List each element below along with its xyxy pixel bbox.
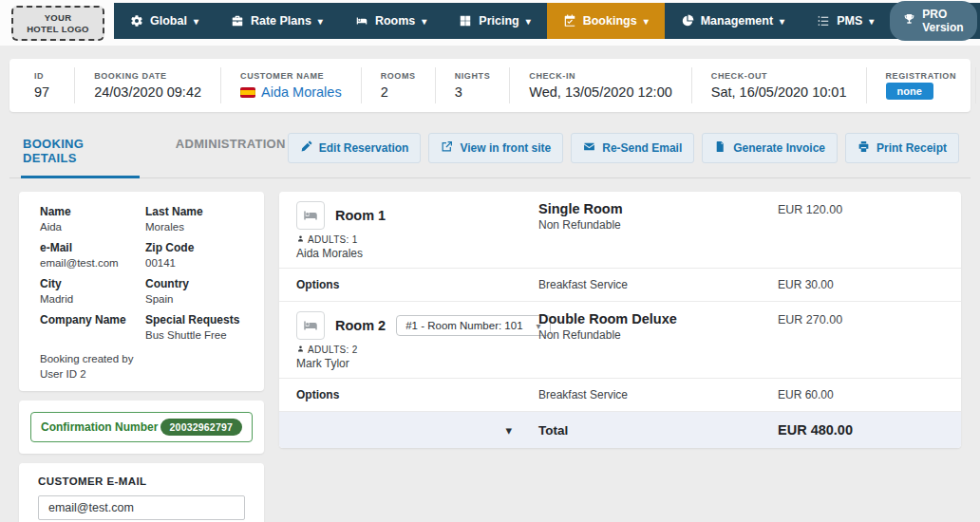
envelope-icon <box>583 140 595 156</box>
adults-count: ADULTS: 1 <box>308 234 358 245</box>
field-label: City <box>40 278 138 291</box>
field-value: Spain <box>145 293 243 306</box>
person-icon <box>296 345 305 355</box>
logo-line2: HOTEL LOGO <box>27 24 89 35</box>
room-1-info: Room 1 ADULTS: 1 Aida Morales <box>296 201 538 260</box>
nav-item-label: Pricing <box>479 14 518 28</box>
bed-icon <box>296 201 325 230</box>
field-label: CHECK-OUT <box>711 71 847 81</box>
gear-icon <box>130 14 143 28</box>
nav-item-label: Rooms <box>375 14 415 28</box>
created-by-line2: User ID 2 <box>40 367 243 382</box>
guest-field-company: Company Name <box>40 314 138 342</box>
confirmation-number-badge: 20032962797 <box>160 419 242 436</box>
field-value: Sat, 16/05/2020 10:01 <box>711 84 847 100</box>
field-label: NIGHTS <box>455 71 491 81</box>
trophy-icon <box>903 13 915 28</box>
nav-item-pricing[interactable]: Pricing <box>443 3 546 39</box>
total-row: Total EUR 480.00 <box>279 411 961 448</box>
print-receipt-button[interactable]: Print Receipt <box>845 133 959 163</box>
button-label: Generate Invoice <box>733 141 825 155</box>
nav-item-label: Bookings <box>583 14 637 28</box>
options-row: Options Breakfast Service EUR 60.00 <box>279 378 961 411</box>
room-number-value: #1 - Room Number: 101 <box>405 320 522 331</box>
room-guest-name: Mark Tylor <box>296 357 538 370</box>
summary-field-check-in: CHECK-IN Wed, 13/05/2020 12:00 <box>509 67 691 103</box>
guest-field-email: e-Mail email@test.com <box>40 242 138 270</box>
field-label: ROOMS <box>381 71 416 81</box>
summary-field-booking-date: BOOKING DATE 24/03/2020 09:42 <box>74 67 220 103</box>
grid-icon <box>459 14 472 28</box>
room-number-select[interactable]: #1 - Room Number: 101 <box>396 315 550 336</box>
option-price: EUR 30.00 <box>778 278 944 291</box>
list-icon <box>817 14 830 28</box>
field-value: 3 <box>455 84 491 100</box>
tab-booking-details[interactable]: BOOKING DETAILS <box>21 125 140 177</box>
pro-version-button[interactable]: PRO Version <box>890 1 976 41</box>
edit-reservation-button[interactable]: Edit Reservation <box>288 133 422 163</box>
option-price: EUR 60.00 <box>778 388 944 401</box>
room-name: Room 2 <box>335 318 386 333</box>
room-type: Double Room Deluxe <box>538 311 778 326</box>
resend-email-button[interactable]: Re-Send Email <box>571 133 694 163</box>
pie-chart-icon <box>681 14 694 28</box>
room-guest-name: Aida Morales <box>296 247 538 260</box>
field-label: CHECK-IN <box>529 71 672 81</box>
registration-badge: none <box>886 83 933 100</box>
field-value: 97 <box>34 84 49 100</box>
header: YOUR HOTEL LOGO Global Rate Plans Rooms … <box>0 0 980 46</box>
field-value: 24/03/2020 09:42 <box>94 84 201 100</box>
field-value <box>40 329 138 341</box>
customer-email-heading: CUSTOMER E-MAIL <box>38 475 245 487</box>
field-value: Morales <box>145 221 243 233</box>
main-nav: Global Rate Plans Rooms Pricing Bookings… <box>114 3 980 39</box>
chevron-down-icon <box>526 14 531 28</box>
customer-name-link[interactable]: Aida Morales <box>240 84 342 100</box>
field-value: Wed, 13/05/2020 12:00 <box>529 84 672 100</box>
pro-version-label: PRO Version <box>922 8 963 34</box>
nav-item-management[interactable]: Management <box>665 3 801 39</box>
field-value: Aida <box>40 221 138 233</box>
customer-name-text: Aida Morales <box>261 84 342 100</box>
nav-item-global[interactable]: Global <box>114 3 215 39</box>
action-buttons: Edit Reservation View in front site Re-S… <box>288 133 959 171</box>
logo-line1: YOUR <box>45 12 72 24</box>
field-label: ID <box>34 71 49 81</box>
nav-item-rooms[interactable]: Rooms <box>339 3 443 39</box>
options-label: Options <box>296 388 538 401</box>
hotel-logo[interactable]: YOUR HOTEL LOGO <box>11 6 104 41</box>
summary-field-id: ID 97 <box>9 67 74 103</box>
chevron-down-icon[interactable] <box>296 421 538 438</box>
button-label: Re-Send Email <box>602 141 682 155</box>
total-amount: EUR 480.00 <box>778 422 944 438</box>
rooms-card: Room 1 ADULTS: 1 Aida Morales Single Roo… <box>279 192 961 448</box>
guest-field-special-requests: Special Requests Bus Shuttle Free <box>145 314 243 342</box>
room-name: Room 1 <box>335 208 386 223</box>
room-2-info: Room 2 #1 - Room Number: 101 ADULTS: 2 M… <box>296 311 538 370</box>
tab-administration[interactable]: ADMINISTRATION <box>174 125 288 177</box>
nav-item-rate-plans[interactable]: Rate Plans <box>215 3 339 39</box>
nav-item-pms[interactable]: PMS <box>801 3 890 39</box>
view-in-front-site-button[interactable]: View in front site <box>428 133 563 163</box>
calendar-check-icon <box>563 14 576 28</box>
field-label: CUSTOMER NAME <box>240 71 342 81</box>
room-row: Room 2 #1 - Room Number: 101 ADULTS: 2 M… <box>279 301 961 378</box>
summary-field-rooms: ROOMS 2 <box>361 67 435 103</box>
option-service: Breakfast Service <box>538 388 778 401</box>
room-price: EUR 270.00 <box>778 311 944 370</box>
summary-field-status: STATUS Confirmed <box>975 67 980 103</box>
nav-item-label: PMS <box>837 14 862 28</box>
guest-field-name: Name Aida <box>40 206 138 233</box>
chevron-down-icon <box>780 14 784 28</box>
field-value: 00141 <box>145 257 243 270</box>
pencil-icon <box>300 140 312 156</box>
summary-field-customer-name: CUSTOMER NAME Aida Morales <box>220 67 361 103</box>
nav-item-bookings[interactable]: Bookings <box>547 3 665 39</box>
page: ID 97 BOOKING DATE 24/03/2020 09:42 CUST… <box>0 46 980 522</box>
generate-invoice-button[interactable]: Generate Invoice <box>702 133 838 163</box>
field-value: Madrid <box>40 293 138 306</box>
customer-email-input[interactable] <box>38 495 245 520</box>
guest-field-country: Country Spain <box>145 278 243 306</box>
field-value: 2 <box>381 84 416 100</box>
customer-email-card: CUSTOMER E-MAIL Send Custom Email <box>19 463 264 522</box>
